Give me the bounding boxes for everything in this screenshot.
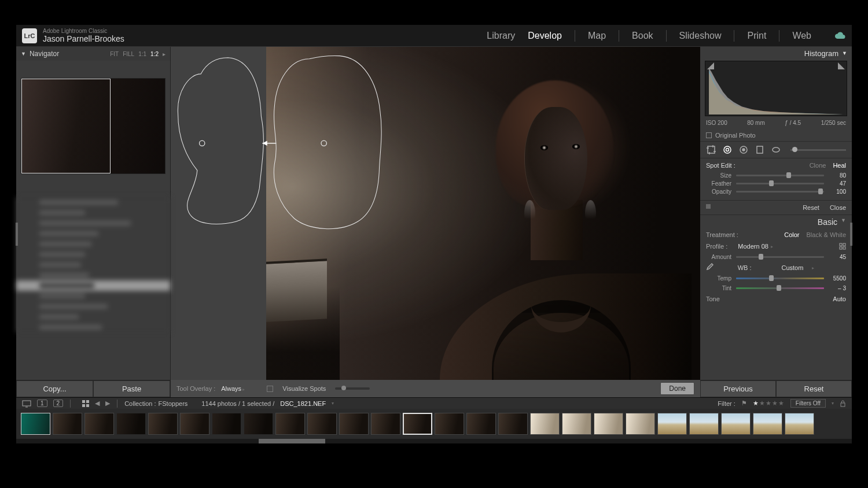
profile-browser-icon[interactable] [839,243,846,250]
profile-value[interactable]: Modern 08 [738,243,768,250]
filmstrip-thumbnail[interactable] [53,413,82,435]
filmstrip-thumbnail[interactable] [626,413,655,435]
filmstrip-thumbnail[interactable] [244,413,273,435]
filmstrip-thumbnail[interactable] [371,413,400,435]
filmstrip-thumbnail[interactable] [594,413,623,435]
filter-rating-stars[interactable]: ★★★★★ [753,400,785,407]
graduated-filter-icon[interactable] [755,145,765,155]
temp-slider-value[interactable]: 5500 [829,275,846,282]
zoom-1to2[interactable]: 1:2 [150,51,159,57]
filmstrip-thumbnail[interactable] [785,413,814,435]
filter-lock-icon[interactable] [840,400,846,407]
zoom-mode-selector[interactable]: FIT FILL 1:1 1:2 ▸ [110,51,165,57]
spot-edit-reset-button[interactable]: Reset [803,204,819,211]
zoom-1to1[interactable]: 1:1 [138,51,146,57]
filmstrip-thumbnail[interactable] [180,413,209,435]
done-button[interactable]: Done [660,382,694,395]
spot-mode-clone[interactable]: Clone [810,162,826,169]
size-slider[interactable] [736,175,824,176]
collection-name[interactable]: FStoppers [159,400,188,407]
crop-tool-icon[interactable] [706,145,716,155]
opacity-slider[interactable] [736,191,824,193]
visualize-spots-checkbox[interactable] [267,386,273,392]
amount-slider[interactable] [736,256,824,258]
filmstrip-thumbnail[interactable] [689,413,719,435]
nav-slideshow[interactable]: Slideshow [679,31,722,41]
paste-settings-button[interactable]: Paste [93,380,170,397]
filmstrip-thumbnail[interactable] [466,413,496,435]
temp-slider[interactable] [736,278,824,279]
spot-mode-heal[interactable]: Heal [833,162,846,169]
wb-value[interactable]: Custom [781,264,803,271]
opacity-slider-value[interactable]: 100 [829,188,846,195]
filters-off-dropdown[interactable]: Filters Off [790,399,826,408]
visualize-spots-slider[interactable] [335,387,370,390]
copy-settings-button[interactable]: Copy... [16,380,93,397]
tint-slider-value[interactable]: – 3 [829,285,846,291]
tool-strip-slider[interactable] [790,149,846,151]
photo-image[interactable] [266,47,700,380]
nav-map[interactable]: Map [588,31,606,41]
filmstrip-scrollbar[interactable] [16,439,852,443]
size-slider-value[interactable]: 80 [829,172,846,179]
amount-slider-value[interactable]: 45 [829,254,846,260]
filmstrip-thumbnail[interactable] [21,413,50,435]
spot-removal-tool-icon[interactable] [722,145,733,155]
wb-dropdown-icon[interactable]: ▸ [812,265,814,271]
filmstrip-thumbnail[interactable] [148,413,178,435]
previous-button[interactable]: Previous [700,380,776,397]
feather-slider[interactable] [736,183,824,184]
filmstrip-thumbnail[interactable] [84,413,114,435]
filmstrip-thumbnail[interactable] [116,413,146,435]
grid-view-icon[interactable] [82,400,89,407]
navigator-crop-indicator[interactable] [21,79,111,173]
spot-edit-close-button[interactable]: Close [830,204,846,211]
scrollbar-thumb[interactable] [259,439,326,443]
histogram-panel-header[interactable]: Histogram ▼ [700,47,852,60]
view-badge-1[interactable]: 1 [37,400,47,407]
image-canvas[interactable] [171,47,700,380]
red-eye-tool-icon[interactable] [738,145,749,155]
filename-dropdown-icon[interactable]: ▾ [332,401,334,406]
filmstrip-thumbnail[interactable] [657,413,687,435]
secondary-display-icon[interactable] [22,400,31,408]
radial-filter-icon[interactable] [771,145,781,155]
filmstrip-thumbnail[interactable] [275,413,305,435]
feather-slider-value[interactable]: 47 [829,180,846,187]
histogram-chart[interactable] [705,61,847,116]
nav-back-icon[interactable]: ◀ [95,400,100,407]
shadow-clipping-indicator[interactable] [707,62,714,69]
filter-flag-icon[interactable]: ⚑ [741,400,747,407]
filmstrip[interactable] [16,409,852,439]
filmstrip-thumbnail[interactable] [498,413,528,435]
treatment-color[interactable]: Color [784,231,799,238]
original-photo-checkbox[interactable] [706,132,712,138]
view-badge-2[interactable]: 2 [53,400,64,407]
tone-auto-button[interactable]: Auto [833,295,846,302]
folder-list[interactable] [16,195,170,380]
profile-dropdown-icon[interactable]: ▸ [771,244,773,249]
zoom-fill[interactable]: FILL [123,51,134,57]
filmstrip-thumbnail[interactable] [212,413,241,435]
nav-book[interactable]: Book [632,31,653,41]
nav-web[interactable]: Web [792,31,811,41]
nav-print[interactable]: Print [747,31,766,41]
filmstrip-thumbnail[interactable] [562,413,591,435]
reset-button[interactable]: Reset [776,380,852,397]
tool-overlay-value[interactable]: Always [221,385,245,392]
nav-forward-icon[interactable]: ▶ [105,400,110,407]
filmstrip-thumbnail[interactable] [753,413,782,435]
nav-develop[interactable]: Develop [528,31,562,41]
highlight-clipping-indicator[interactable] [838,62,845,69]
right-panel-toggle[interactable] [850,223,852,246]
wb-eyedropper-icon[interactable] [705,263,714,273]
original-photo-row[interactable]: Original Photo [700,130,852,141]
filmstrip-thumbnail[interactable] [339,413,369,435]
navigator-panel-header[interactable]: ▼ Navigator FIT FILL 1:1 1:2 ▸ [16,47,170,61]
zoom-fit[interactable]: FIT [110,51,119,57]
spot-source-pin[interactable] [200,141,205,146]
navigator-preview[interactable] [21,78,165,174]
cloud-sync-icon[interactable] [834,32,846,40]
panel-switch-icon[interactable] [706,204,711,209]
nav-library[interactable]: Library [487,31,515,41]
